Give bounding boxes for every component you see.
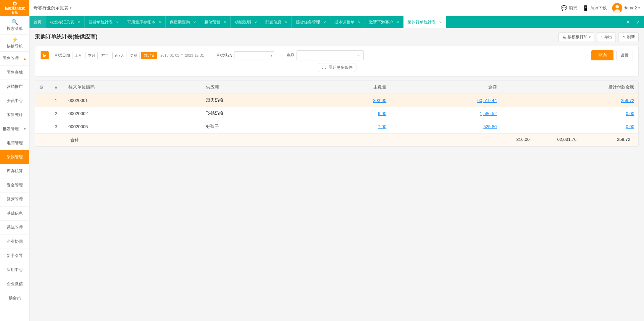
row-paid-amount[interactable]: 0.00 bbox=[501, 107, 638, 120]
goods-input-more-icon[interactable]: ··· bbox=[357, 53, 361, 58]
tab-purchase-order-stat[interactable]: 采购订单统计表 ✕ bbox=[404, 16, 446, 28]
sidebar-item-marketing[interactable]: 营销推广 bbox=[0, 80, 29, 94]
row-amount[interactable]: 1,586.52 bbox=[390, 107, 501, 120]
sidebar-item-system[interactable]: 系统管理 bbox=[0, 221, 29, 235]
tab-home[interactable]: 首页 bbox=[30, 16, 46, 28]
sidebar-item-basic[interactable]: 基础信息 bbox=[0, 207, 29, 221]
tab-function-desc[interactable]: 功能说明 ✕ bbox=[231, 16, 261, 28]
sidebar-item-quicknav[interactable]: ⚡ 快捷导航 bbox=[0, 35, 29, 52]
query-button[interactable]: 查询 bbox=[591, 50, 613, 60]
tab-close-all-button[interactable]: ✕ bbox=[623, 17, 633, 27]
tab-close-purchase-order-stat[interactable]: ✕ bbox=[439, 20, 442, 24]
sidebar-item-newbie[interactable]: 新手引导 bbox=[0, 249, 29, 263]
tab-close-cost-adjust[interactable]: ✕ bbox=[358, 20, 361, 24]
export-button[interactable]: ↑ 导出 bbox=[597, 32, 616, 42]
row-main-qty[interactable]: 303.00 bbox=[305, 94, 390, 107]
logo-icon: 畅 bbox=[10, 1, 19, 6]
table-body: 1 00020001 惠氏奶粉 303.00 60,519.44 259.72 … bbox=[35, 94, 638, 133]
tab-close-invite-downstream[interactable]: ✕ bbox=[396, 20, 399, 24]
row-amount[interactable]: 60,519.44 bbox=[390, 94, 501, 107]
sidebar-item-vip[interactable]: 畅会员 bbox=[0, 291, 29, 305]
sidebar-item-retail[interactable]: 零售管理 ▲ bbox=[0, 52, 29, 66]
tab-expand-button[interactable]: ⤢ bbox=[633, 17, 643, 27]
row-amount[interactable]: 525.80 bbox=[390, 120, 501, 133]
sidebar-item-wholesale[interactable]: 批发管理 ▼ bbox=[0, 122, 29, 136]
workspace-selector[interactable]: 母婴行业演示账表 ▾ bbox=[34, 5, 71, 11]
date-pill-last-7days[interactable]: 近7天 bbox=[112, 52, 126, 59]
settings-col-icon[interactable]: ⚙ bbox=[39, 85, 44, 90]
col-main-qty: 主数量 bbox=[305, 81, 390, 94]
table-row[interactable]: 2 00020002 飞鹤奶粉 6.00 1,586.52 0.00 bbox=[35, 107, 638, 120]
query-actions: 查询 设置 bbox=[591, 50, 633, 60]
topbar: 母婴行业演示账表 ▾ 💬 消息 📱 App下载 bbox=[30, 0, 644, 16]
sidebar-item-wechat[interactable]: 企业微信 bbox=[0, 277, 29, 291]
settings-button[interactable]: 设置 bbox=[616, 51, 633, 60]
table-container: ⚙ # 往来单位编码 供应商 主数量 金额 累计付款金额 1 00020001 … bbox=[35, 81, 639, 147]
tab-invite-downstream[interactable]: 邀请下游客户 ✕ bbox=[365, 16, 404, 28]
tab-overstock-warning[interactable]: 超储预警 ✕ bbox=[200, 16, 231, 28]
tab-order-stat[interactable]: 要货单统计表 ✕ bbox=[85, 16, 123, 28]
template-print-button[interactable]: 🖨 按模板打印 ▾ bbox=[558, 32, 594, 42]
tab-receive-pay[interactable]: 收发存汇总表 ✕ bbox=[46, 16, 85, 28]
date-pill-more[interactable]: 更多 bbox=[128, 52, 140, 59]
col-supplier-code: 往来单位编码 bbox=[64, 81, 202, 94]
row-supplier-name: 飞鹤奶粉 bbox=[202, 107, 305, 120]
sidebar-item-inventory[interactable]: 库存核算 bbox=[0, 164, 29, 178]
table-row[interactable]: 1 00020001 惠氏奶粉 303.00 60,519.44 259.72 bbox=[35, 94, 638, 107]
row-paid-amount[interactable]: 259.72 bbox=[501, 94, 638, 107]
tab-close-expiry-query[interactable]: ✕ bbox=[193, 20, 196, 24]
tab-cost-adjust[interactable]: 成本调整单 ✕ bbox=[330, 16, 365, 28]
refresh-button[interactable]: ↻ 刷新 bbox=[619, 32, 639, 42]
message-button[interactable]: 💬 消息 bbox=[561, 5, 577, 11]
row-paid-amount[interactable]: 0.00 bbox=[501, 120, 638, 133]
tab-close-function-desc[interactable]: ✕ bbox=[254, 20, 257, 24]
footer-main-qty: 316.00 bbox=[503, 137, 530, 143]
tab-close-inventory-book[interactable]: ✕ bbox=[159, 20, 161, 24]
expand-row: ∨∨ 展开更多条件 bbox=[41, 63, 633, 72]
row-main-qty[interactable]: 7.00 bbox=[305, 120, 390, 133]
sidebar-item-appstore[interactable]: 应用中心 bbox=[0, 263, 29, 277]
sidebar-item-purchase[interactable]: 采购管理 bbox=[0, 150, 29, 164]
row-supplier-name: 惠氏奶粉 bbox=[202, 94, 305, 107]
sidebar-item-operations[interactable]: 经营管理 bbox=[0, 193, 29, 207]
sidebar-item-enterprise[interactable]: 企业协同 bbox=[0, 235, 29, 249]
date-range-text: 2016-01-01 至 2023-12-31 bbox=[160, 53, 204, 58]
filter-toggle-button[interactable]: ▶ bbox=[41, 51, 49, 59]
date-pill-this-year[interactable]: 本年 bbox=[99, 52, 111, 59]
tab-close-config-info[interactable]: ✕ bbox=[285, 20, 287, 24]
sidebar-item-ecommerce[interactable]: 电商管理 bbox=[0, 136, 29, 150]
row-num: 2 bbox=[48, 107, 64, 120]
sidebar-item-retail-mall[interactable]: 零售商城 bbox=[0, 66, 29, 80]
tab-close-overstock-warning[interactable]: ✕ bbox=[224, 20, 226, 24]
date-pill-last-month[interactable]: 上月 bbox=[72, 52, 84, 59]
footer-amount: 62,631.76 bbox=[543, 137, 577, 143]
sidebar-item-search[interactable]: 🔍 搜索菜单 bbox=[0, 16, 29, 35]
sidebar: 畅 畅捷通好生意 标版 🔍 搜索菜单 ⚡ 快捷导航 零售管理 ▲ 零售商城 营销… bbox=[0, 0, 30, 321]
tab-pick-task[interactable]: 拣货任务管理 ✕ bbox=[292, 16, 330, 28]
tab-close-receive-pay[interactable]: ✕ bbox=[77, 20, 80, 24]
filter-status-select-wrapper bbox=[234, 51, 274, 59]
tab-config-info[interactable]: 配置信息 ✕ bbox=[261, 16, 292, 28]
filter-status-select[interactable] bbox=[234, 51, 274, 59]
tab-close-order-stat[interactable]: ✕ bbox=[116, 20, 119, 24]
page-actions: 🖨 按模板打印 ▾ ↑ 导出 ↻ 刷新 bbox=[558, 32, 639, 42]
tab-close-pick-task[interactable]: ✕ bbox=[323, 20, 326, 24]
sidebar-item-retail-stat[interactable]: 零售统计 bbox=[0, 108, 29, 122]
page-content: 采购订单统计表(按供应商) 🖨 按模板打印 ▾ ↑ 导出 ↻ 刷新 bbox=[30, 28, 644, 321]
sidebar-item-member[interactable]: 会员中心 bbox=[0, 94, 29, 108]
table-row[interactable]: 3 00020005 好孩子 7.00 525.80 0.00 bbox=[35, 120, 638, 133]
expand-more-button[interactable]: ∨∨ 展开更多条件 bbox=[317, 63, 357, 72]
topbar-right: 💬 消息 📱 App下载 demo2 ▾ bbox=[561, 3, 640, 13]
filter-goods-input[interactable] bbox=[300, 52, 355, 59]
date-pill-this-month[interactable]: 本月 bbox=[86, 52, 98, 59]
sidebar-item-finance[interactable]: 资金管理 bbox=[0, 178, 29, 193]
tab-inventory-book[interactable]: 可用量库存账本 ✕ bbox=[123, 16, 166, 28]
user-name: demo2 bbox=[624, 5, 637, 10]
user-menu[interactable]: demo2 ▾ bbox=[612, 3, 640, 13]
logo-area: 畅 畅捷通好生意 标版 bbox=[0, 0, 29, 16]
user-menu-icon: ▾ bbox=[638, 6, 640, 10]
app-download-button[interactable]: 📱 App下载 bbox=[583, 5, 607, 11]
tab-expiry-query[interactable]: 保质期查询 ✕ bbox=[166, 16, 200, 28]
date-pill-custom[interactable]: 自定义 bbox=[141, 52, 157, 59]
row-main-qty[interactable]: 6.00 bbox=[305, 107, 390, 120]
